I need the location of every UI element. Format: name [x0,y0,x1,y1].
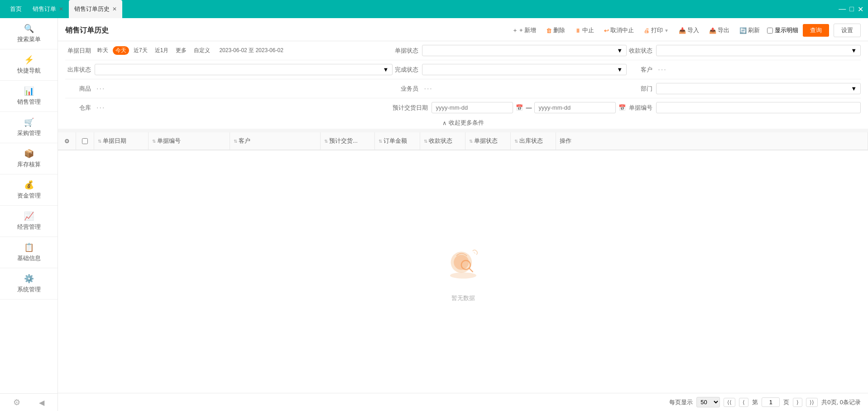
sidebar-item-purchase-mgmt[interactable]: 🛒 采购管理 [0,112,58,143]
delete-button[interactable]: 🗑 删除 [543,24,568,36]
salesperson-select[interactable]: ··· [422,85,434,93]
date-7days[interactable]: 近7天 [131,46,150,55]
th-customer[interactable]: ⇅ 客户 [230,132,321,150]
docnum-input[interactable] [656,102,861,113]
sort-out-icon: ⇅ [514,139,518,144]
tab-home[interactable]: 首页 [5,0,27,18]
sort-up-icon: ⇅ [98,139,101,144]
th-checkbox[interactable] [76,132,94,150]
per-page-label: 每页显示 [669,398,693,406]
page-number-input[interactable] [762,397,780,407]
tab-sales-order-label: 销售订单 [33,5,56,13]
show-detail-checkbox[interactable] [767,28,773,34]
tab-sales-order[interactable]: 销售订单 ✕ [27,0,69,18]
sidebar-item-system-mgmt[interactable]: ⚙️ 系统管理 [0,268,58,300]
customer-select[interactable]: ··· [656,66,668,74]
sidebar-item-operations-label: 经营管理 [17,223,41,231]
filter-customer-cell: 客户 ··· [627,66,861,74]
select-all-checkbox[interactable] [82,138,88,144]
capital-icon: 💰 [24,180,34,190]
delivery-start-input[interactable] [432,102,513,113]
out-control: ▼ [95,64,393,75]
goods-label: 商品 [65,85,95,93]
delivery-end-input[interactable] [534,102,616,113]
first-page-button[interactable]: ⟨⟨ [724,398,735,407]
sidebar-settings-icon[interactable]: ⚙ [13,397,20,407]
query-button[interactable]: 查询 [803,24,829,37]
filter-dept-cell: 部门 ▼ [627,83,861,94]
tab-sales-order-history-close[interactable]: ✕ [112,6,117,12]
th-out-status[interactable]: ⇅ 出库状态 [511,132,556,150]
next-page-button[interactable]: ⟩ [793,398,802,407]
th-doc-status[interactable]: ⇅ 单据状态 [465,132,511,150]
table-header: ⚙ ⇅ 单据日期 ⇅ 单据编号 ⇅ 客户 ⇅ 预计交货. [58,132,868,150]
settings-button[interactable]: 设置 [834,24,861,37]
operations-icon: 📈 [24,211,34,221]
tab-sales-order-history[interactable]: 销售订单历史 ✕ [69,0,122,18]
date-yesterday[interactable]: 昨天 [95,46,111,55]
close-window-icon[interactable]: ✕ [858,5,863,14]
cancel-stop-button[interactable]: ↩ 取消中止 [601,24,637,36]
pagination-bar: 每页显示 50 10 20 100 ⟨⟨ ⟨ 第 页 ⟩ ⟩⟩ 共0页, 0条记… [58,393,868,411]
stop-button[interactable]: ⏸ 中止 [572,24,597,36]
prev-page-button[interactable]: ⟨ [739,398,748,407]
filter-status-cell: 单据状态 ▼ [393,45,627,56]
sidebar-item-capital-label: 资金管理 [17,192,41,200]
sidebar-item-quick-nav[interactable]: ⚡ 快捷导航 [0,49,58,81]
sidebar-item-operations[interactable]: 📈 经营管理 [0,206,58,237]
th-date[interactable]: ⇅ 单据日期 [94,132,149,150]
date-1month[interactable]: 近1月 [152,46,172,55]
sidebar-item-inventory[interactable]: 📦 库存核算 [0,143,58,174]
th-payment-status[interactable]: ⇅ 收款状态 [420,132,465,150]
date-range-text: 2023-06-02 至 2023-06-02 [219,47,283,54]
warehouse-select[interactable]: ··· [95,104,107,112]
out-select[interactable]: ▼ [95,64,393,75]
minimize-icon[interactable]: — [839,5,846,13]
dept-select[interactable]: ▼ [656,83,861,94]
main-layout: 🔍 搜索菜单 ⚡ 快捷导航 📊 销售管理 🛒 采购管理 📦 库存核算 💰 资金管… [0,18,868,411]
collapse-button[interactable]: ∧ 收起更多条件 [65,117,861,129]
total-text: 共0页, 0条记录 [821,398,861,406]
sidebar-item-capital[interactable]: 💰 资金管理 [0,174,58,206]
th-amount[interactable]: ⇅ 订单金额 [375,132,420,150]
export-button[interactable]: 📤 导出 [706,24,732,36]
new-button[interactable]: ＋ + 新增 [509,24,539,36]
calendar-end-icon[interactable]: 📅 [619,104,626,111]
th-delivery[interactable]: ⇅ 预计交货... [321,132,375,150]
th-doc-no[interactable]: ⇅ 单据编号 [149,132,230,150]
date-custom[interactable]: 自定义 [191,46,213,55]
salesperson-control: ··· [422,85,627,93]
delivery-control: 📅 — 📅 [432,102,627,113]
goods-select[interactable]: ··· [95,85,107,93]
filter-complete-cell: 完成状态 ▼ [393,64,627,75]
top-bar-right: — □ ✕ [839,5,868,14]
sidebar-item-sales-mgmt[interactable]: 📊 销售管理 [0,81,58,112]
date-quick-options: 昨天 今天 近7天 近1月 更多 自定义 [95,46,213,55]
print-button[interactable]: 🖨 打印 ▼ [641,24,671,36]
empty-text: 暂无数据 [451,294,475,302]
tab-sales-order-close[interactable]: ✕ [59,6,63,12]
calendar-start-icon[interactable]: 📅 [516,104,523,111]
status-select[interactable]: ▼ [422,45,627,56]
last-page-button[interactable]: ⟩⟩ [806,398,818,407]
sidebar-collapse-icon[interactable]: ◀ [39,398,44,407]
print-icon: 🖨 [644,27,650,34]
sidebar-bottom: ⚙ ◀ [0,393,58,411]
sidebar-item-search-menu[interactable]: 🔍 搜索菜单 [0,18,58,49]
maximize-icon[interactable]: □ [849,5,854,13]
payment-select[interactable]: ▼ [656,45,861,56]
complete-select[interactable]: ▼ [422,64,627,75]
export-label: 导出 [718,26,729,34]
th-gear[interactable]: ⚙ [58,132,76,150]
sidebar-item-inventory-label: 库存核算 [17,160,41,169]
page-header: 销售订单历史 ＋ + 新增 🗑 删除 ⏸ 中止 ↩ 取消中止 [58,18,868,41]
import-button[interactable]: 📥 导入 [676,24,702,36]
date-more[interactable]: 更多 [173,46,189,55]
tab-sales-order-history-label: 销售订单历史 [74,5,110,13]
date-today[interactable]: 今天 [113,46,129,55]
per-page-select[interactable]: 50 10 20 100 [696,397,720,407]
sidebar-item-base-info[interactable]: 📋 基础信息 [0,237,58,268]
system-mgmt-icon: ⚙️ [24,274,34,284]
refresh-button[interactable]: 🔄 刷新 [737,24,762,36]
sort-delivery-icon: ⇅ [324,139,328,144]
